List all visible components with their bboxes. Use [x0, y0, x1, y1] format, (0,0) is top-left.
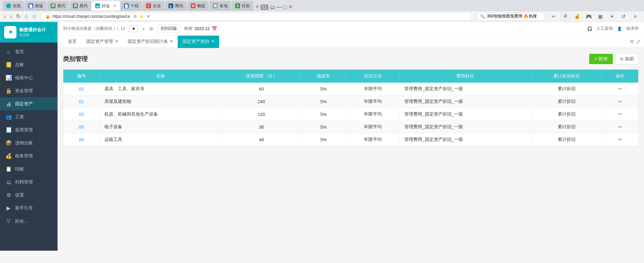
browser-tab-changti[interactable]: M 畅提	[187, 1, 209, 11]
translate-icon[interactable]: 译	[560, 12, 570, 21]
tab-label: 好会	[102, 3, 110, 9]
sidebar-label-more: 好会...	[15, 218, 28, 224]
edit-row-button[interactable]: ✏	[618, 137, 622, 142]
app-tab-category[interactable]: 固定资产类别 ✕	[178, 36, 219, 48]
ledger-icon: 📒	[5, 62, 12, 68]
dropdown-user-button[interactable]: ▼	[129, 25, 138, 32]
game-icon[interactable]: 🎮	[584, 12, 593, 21]
cell-action: ✏	[602, 108, 638, 121]
cell-residual: 5%	[301, 83, 346, 95]
col-action: 操作	[602, 70, 638, 83]
expand-panel-button[interactable]: ⤢	[636, 38, 641, 45]
minimize-button[interactable]: —	[277, 4, 282, 10]
fixed-assets-icon: 🖨	[5, 101, 12, 107]
browser-tab-xinban[interactable]: 📄 新版	[25, 1, 47, 11]
cell-method: 年限平均	[346, 95, 400, 108]
tax-icon: 💰	[5, 153, 12, 159]
home-button[interactable]: ⌂	[25, 13, 28, 20]
sidebar-item-payroll[interactable]: 👥 工资	[0, 110, 58, 123]
app-tab-depreciation-table[interactable]: 固定资产折旧统计表 ✕	[123, 36, 178, 48]
browser-tab-tengxun[interactable]: 🐧 腾讯	[165, 1, 187, 11]
tab-count: 11	[261, 4, 268, 10]
browser-tab-yidai2[interactable]: 易 易代	[70, 1, 91, 11]
menu-icon[interactable]: ≡	[630, 12, 640, 21]
switch-version-button[interactable]: 切到旧版	[157, 25, 180, 33]
forward-button[interactable]: ›	[10, 13, 12, 20]
sun-icon[interactable]: ☀	[607, 12, 617, 21]
sidebar-label-settlement: 结账	[15, 166, 24, 172]
edit-row-button[interactable]: ✏	[618, 99, 622, 104]
home-icon: ⌂	[5, 49, 12, 55]
address-bar: ‹ › ↻ ⌂ ☆ 🔒 https://cloud.chanjet.com/ac…	[0, 11, 644, 22]
settings-header-button[interactable]: ⚙	[149, 26, 153, 32]
add-category-button[interactable]: + 新增	[589, 54, 613, 64]
sidebar-item-report[interactable]: 📊 报表中心	[0, 71, 58, 84]
period-box: 账期 2023-12 📅	[184, 26, 217, 32]
dropdown-icon[interactable]: ▼	[146, 14, 150, 19]
sidebar-item-archive[interactable]: 🗂 归档管理	[0, 176, 58, 189]
coin-icon[interactable]: 💰	[572, 12, 582, 21]
consultant-label: 人工咨询	[596, 26, 613, 32]
tab-close-icon[interactable]: ✕	[113, 3, 116, 8]
tab-list-button[interactable]: 🗂	[270, 4, 275, 10]
sidebar-label-inventory: 进销台账	[15, 140, 33, 146]
browser-tab-gedi[interactable]: 📊 各地	[210, 1, 231, 11]
expand-icon: ⚙	[133, 14, 137, 19]
tab-depreciation-table-close[interactable]: ✕	[170, 39, 173, 44]
grid-icon[interactable]: ▦	[595, 12, 605, 21]
back-button[interactable]: ‹	[4, 13, 6, 20]
consultant-icon: 🎧	[587, 26, 592, 31]
sidebar-item-capital[interactable]: 🔒 资金管理	[0, 84, 58, 97]
search-box[interactable]: 🔍 360智能抠图免费用 🔥热搜	[476, 12, 545, 21]
app-container: ✦ 畅捷通好会计 专业版 ⌂ 首页 📒 总账 📊 报表中心 🔒 资金管理	[0, 22, 644, 251]
close-window-button[interactable]: ✕	[288, 4, 293, 10]
edit-row-button[interactable]: ✏	[618, 111, 622, 117]
sidebar-item-settlement[interactable]: 📋 结账	[0, 163, 58, 176]
cell-name: 电子设备	[100, 121, 222, 133]
sidebar-item-tax[interactable]: 💰 税务管理	[0, 150, 58, 163]
undo-icon[interactable]: ↺	[619, 12, 628, 21]
close-panel-button[interactable]: ✕	[630, 38, 634, 45]
sidebar-item-inventory[interactable]: 📦 进销台账	[0, 136, 58, 150]
tab-category-close[interactable]: ✕	[211, 39, 214, 44]
refresh-button[interactable]: ↻ 刷新	[616, 53, 639, 64]
calendar-icon[interactable]: 📅	[212, 26, 217, 31]
bookmark-button[interactable]: ☆	[32, 13, 37, 20]
scissors-icon[interactable]: ✂	[549, 12, 558, 21]
sidebar-item-guide[interactable]: ▶ 新手引导	[0, 202, 58, 215]
sidebar-item-invoice[interactable]: 🧾 发票管理	[0, 123, 58, 136]
sidebar-item-more[interactable]: ▽ 好会...	[0, 215, 58, 228]
cell-months: 120	[222, 108, 301, 121]
sidebar-item-ledger[interactable]: 📒 总账	[0, 58, 58, 71]
edit-row-button[interactable]: ✏	[618, 124, 622, 130]
cell-depreciation: 累计折旧	[531, 108, 602, 121]
sidebar-item-settings[interactable]: ⚙ 设置	[0, 189, 58, 202]
app-tab-home[interactable]: 首页	[63, 36, 81, 48]
browser-tab-muqian[interactable]: S 目前	[232, 1, 253, 11]
edit-row-button[interactable]: ✏	[618, 86, 622, 92]
browser-tab-geshui[interactable]: 📄 个税	[121, 1, 142, 11]
tab-fixed-assets-mgmt-close[interactable]: ✕	[115, 39, 118, 44]
app-tab-fixed-assets-mgmt[interactable]: 固定资产管理 ✕	[81, 36, 123, 48]
sidebar-label-invoice: 发票管理	[15, 127, 33, 133]
maximize-button[interactable]: □	[283, 4, 287, 10]
cell-expense: 管理费用_固定资产折旧_一级	[400, 108, 531, 121]
sidebar-label-tax: 税务管理	[15, 153, 33, 159]
browser-tab-haohui[interactable]: ☁ 好会 ✕	[92, 1, 120, 11]
report-icon: 📊	[5, 75, 12, 81]
url-input[interactable]: 🔒 https://cloud.chanjet.com/accounting/u…	[41, 12, 472, 21]
browser-tab-zaixin[interactable]: 🌐 在线	[3, 1, 24, 11]
browser-tab-yidai1[interactable]: 易 易代	[47, 1, 69, 11]
browser-tab-qiye[interactable]: C 企业	[143, 1, 164, 11]
cell-code: 01	[63, 95, 100, 108]
sidebar-item-home[interactable]: ⌂ 首页	[0, 45, 58, 58]
reload-button[interactable]: ↻	[16, 13, 21, 20]
add-account-button[interactable]: +	[142, 26, 145, 32]
sidebar-item-fixed-assets[interactable]: 🖨 固定资产	[0, 97, 58, 110]
table-row: 05 电子设备 36 5% 年限平均 管理费用_固定资产折旧_一级 累计折旧 ✏	[63, 121, 639, 133]
new-tab-button[interactable]: +	[255, 3, 259, 11]
invoice-icon: 🧾	[5, 127, 12, 133]
cell-action: ✏	[602, 121, 638, 133]
sidebar-label-report: 报表中心	[15, 75, 33, 81]
page-title: 类别管理	[63, 55, 88, 63]
